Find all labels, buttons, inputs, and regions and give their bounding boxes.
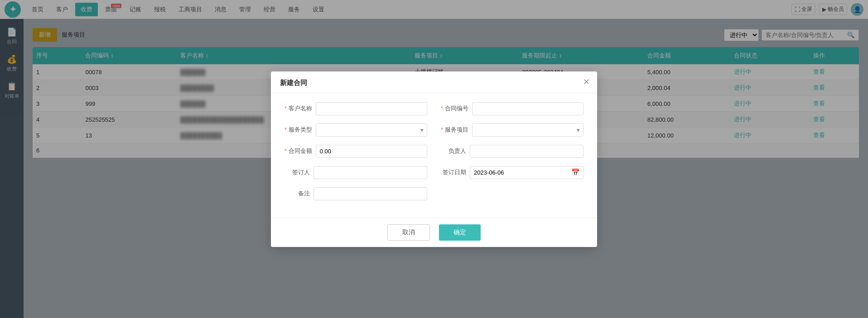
form-group-customer: 客户名称 [285, 102, 427, 115]
sign-date-label: 签订日期 [441, 168, 466, 176]
customer-name-input[interactable] [316, 102, 427, 115]
service-type-label: 服务类型 [285, 126, 312, 134]
form-group-service-item: 服务项目 [441, 123, 583, 137]
dialog: 新建合同 ✕ 客户名称 合同编号 服务类型 [271, 71, 597, 247]
sign-date-input[interactable] [470, 166, 583, 179]
contract-no-input[interactable] [472, 102, 583, 115]
service-item-select[interactable] [472, 123, 583, 137]
service-type-select[interactable] [316, 123, 427, 137]
signer-input[interactable] [313, 166, 427, 179]
form-group-person: 负责人 [441, 145, 583, 158]
customer-name-label: 客户名称 [285, 104, 312, 113]
person-label: 负责人 [441, 147, 466, 155]
dialog-body: 客户名称 合同编号 服务类型 [271, 93, 597, 218]
calendar-icon[interactable]: 📅 [571, 168, 580, 176]
form-group-contract-no: 合同编号 [441, 102, 583, 115]
dialog-title: 新建合同 [280, 79, 307, 86]
person-input[interactable] [470, 145, 583, 158]
form-group-signer: 签订人 [285, 166, 427, 179]
form-row-4: 签订人 签订日期 📅 [285, 166, 583, 179]
modal-overlay[interactable]: 新建合同 ✕ 客户名称 合同编号 服务类型 [0, 0, 868, 318]
form-group-amount: 合同金额 [285, 145, 427, 158]
service-type-select-wrap [316, 123, 427, 137]
form-row-1: 客户名称 合同编号 [285, 102, 583, 115]
form-row-2: 服务类型 服务项目 [285, 123, 583, 137]
form-group-sign-date: 签订日期 📅 [441, 166, 583, 179]
signer-label: 签订人 [285, 168, 310, 176]
cancel-button[interactable]: 取消 [387, 224, 430, 241]
confirm-button[interactable]: 确定 [439, 224, 481, 241]
remark-input[interactable] [313, 187, 427, 200]
service-item-label: 服务项目 [441, 126, 468, 134]
form-row-3: 合同金额 负责人 [285, 145, 583, 158]
contract-amount-label: 合同金额 [285, 147, 312, 155]
form-group-service-type: 服务类型 [285, 123, 427, 137]
form-group-remark: 备注 [285, 187, 427, 200]
form-row-5: 备注 [285, 187, 583, 200]
dialog-header: 新建合同 [271, 71, 597, 93]
service-item-select-wrap [472, 123, 583, 137]
remark-label: 备注 [285, 190, 310, 198]
sign-date-wrap: 📅 [470, 166, 583, 179]
dialog-close-button[interactable]: ✕ [583, 78, 590, 86]
contract-no-label: 合同编号 [441, 104, 468, 113]
contract-amount-input[interactable] [316, 145, 427, 158]
dialog-footer: 取消 确定 [271, 218, 597, 247]
